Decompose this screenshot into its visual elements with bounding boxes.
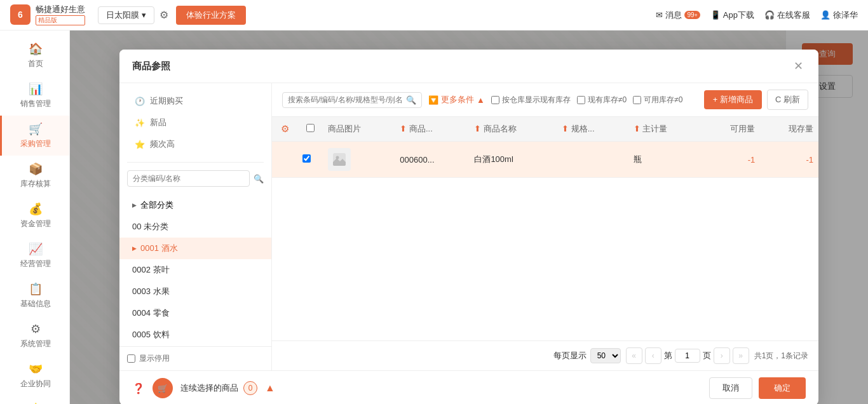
tab-frequent[interactable]: ⭐ 频次高 <box>127 134 264 154</box>
category-item-1[interactable]: 0001 酒水 <box>119 238 271 259</box>
message-item[interactable]: ✉ 消息 99+ <box>656 10 700 21</box>
sidebar-item-sales[interactable]: 📊 销售管理 <box>0 76 69 116</box>
category-search-input[interactable] <box>127 170 250 187</box>
col-header-name[interactable]: ⬆ 商品名称 <box>469 117 557 142</box>
sidebar-item-inventory[interactable]: 📦 库存核算 <box>0 156 69 196</box>
add-product-button[interactable]: + 新增商品 <box>704 90 762 109</box>
user-item[interactable]: 👤 徐泽华 <box>820 10 858 21</box>
table-settings-icon[interactable]: ⚙ <box>281 123 289 134</box>
page-last-button[interactable]: » <box>733 347 749 364</box>
main-content: 查询 设置 商品参照 ✕ 🕐 近期购买 <box>70 30 868 404</box>
col-header-settings[interactable]: ⚙ <box>272 117 297 142</box>
modal-left-tabs: 🕐 近期购买 ✨ 新品 ⭐ 频次高 <box>119 83 271 159</box>
modal-header: 商品参照 ✕ <box>119 50 818 83</box>
service-label: 在线客服 <box>777 10 810 21</box>
category-item-2[interactable]: 0002 茶叶 <box>119 259 271 281</box>
logo-icon: 6 <box>10 4 31 25</box>
collapse-icon[interactable]: ▲ <box>265 382 275 394</box>
logo-badge: 精品版 <box>36 15 85 25</box>
stock-value: -1 <box>806 155 813 165</box>
sidebar-item-guide[interactable]: 🌟 新手引导 <box>0 396 69 404</box>
page-prev-button[interactable]: ‹ <box>645 347 661 364</box>
current-stock-checkbox[interactable] <box>577 96 585 104</box>
select-all-checkbox[interactable] <box>306 124 315 132</box>
category-item-4[interactable]: 0004 零食 <box>119 302 271 324</box>
help-icon[interactable]: ❓ <box>132 382 145 394</box>
cancel-button[interactable]: 取消 <box>709 377 752 399</box>
col-header-unit[interactable]: ⬆ 主计量 <box>628 117 702 142</box>
col-header-available: 可用量 <box>702 117 761 142</box>
show-disabled-checkbox[interactable] <box>127 354 135 363</box>
sidebar-item-finance[interactable]: 💰 资金管理 <box>0 196 69 236</box>
headset-icon: 🎧 <box>764 10 775 20</box>
divider <box>127 162 264 163</box>
sidebar-label-inventory: 库存核算 <box>20 178 51 189</box>
sidebar-item-home[interactable]: 🏠 首页 <box>0 36 69 76</box>
modal-overlay: 商品参照 ✕ 🕐 近期购买 ✨ <box>70 30 868 404</box>
available-stock-checkbox-group: 可用库存≠0 <box>633 95 682 105</box>
per-page-select[interactable]: 50 <box>590 348 621 363</box>
search-magnifier-icon[interactable]: 🔍 <box>406 95 416 105</box>
tab-new[interactable]: ✨ 新品 <box>127 112 264 133</box>
product-search-input[interactable] <box>288 95 402 104</box>
col-header-stock: 现存量 <box>760 117 818 142</box>
category-search-icon[interactable]: 🔍 <box>254 174 264 184</box>
cart-icon[interactable]: 🛒 <box>153 378 173 398</box>
sidebar-item-basic[interactable]: 📋 基础信息 <box>0 276 69 316</box>
modal-close-button[interactable]: ✕ <box>790 58 806 74</box>
warehouse-checkbox[interactable] <box>491 96 499 104</box>
category-label-2: 0002 茶叶 <box>132 264 170 276</box>
tab-recent[interactable]: 🕐 近期购买 <box>127 91 264 111</box>
per-page-label: 每页显示 <box>553 350 587 361</box>
page-input[interactable] <box>675 349 700 363</box>
col-header-code[interactable]: ⬆ 商品... <box>395 117 469 142</box>
page-first-button[interactable]: « <box>626 347 642 364</box>
modal-footer: ❓ 🛒 连续选择的商品 0 ▲ 取消 确定 <box>119 370 818 404</box>
table-row[interactable]: 000600... 白酒100ml 瓶 <box>272 142 818 178</box>
sidebar-label-basic: 基础信息 <box>20 299 51 309</box>
new-icon: ✨ <box>135 118 145 128</box>
user-avatar-icon: 👤 <box>820 10 831 20</box>
filter-button[interactable]: 🔽 更多条件 ▲ <box>428 94 485 105</box>
sidebar-label-management: 经营管理 <box>20 259 51 269</box>
purchase-icon: 🛒 <box>29 122 43 136</box>
category-all[interactable]: ▶ 全部分类 <box>119 194 271 216</box>
sidebar-item-purchase[interactable]: 🛒 采购管理 <box>0 116 69 156</box>
modal-left-panel: 🕐 近期购买 ✨ 新品 ⭐ 频次高 <box>119 83 272 370</box>
refresh-button[interactable]: C 刷新 <box>767 90 808 110</box>
mobile-icon: 📱 <box>710 10 721 20</box>
row-checkbox[interactable] <box>302 154 311 163</box>
sidebar-label-system: 系统管理 <box>20 339 51 349</box>
row-check-cell[interactable] <box>297 142 323 178</box>
settings-icon[interactable]: ⚙ <box>159 9 168 21</box>
service-item[interactable]: 🎧 在线客服 <box>764 10 810 21</box>
row-img-cell <box>323 142 395 178</box>
category-item-3[interactable]: 0003 水果 <box>119 281 271 302</box>
filter-arrow-icon: ▲ <box>477 95 485 105</box>
app-label: App下载 <box>723 10 754 21</box>
sidebar-item-management[interactable]: 📈 经营管理 <box>0 236 69 276</box>
warehouse-checkbox-group: 按仓库显示现有库存 <box>491 95 571 105</box>
col-header-img: 商品图片 <box>323 117 395 142</box>
row-unit-cell: 瓶 <box>628 142 702 178</box>
user-name: 徐泽华 <box>833 10 858 21</box>
sort-icon-code: ⬆ <box>400 124 407 133</box>
confirm-button[interactable]: 确定 <box>759 377 806 399</box>
sidebar-item-system[interactable]: ⚙ 系统管理 <box>0 316 69 356</box>
sidebar-label-collab: 企业协同 <box>20 379 51 389</box>
sidebar-item-collab[interactable]: 🤝 企业协同 <box>0 356 69 396</box>
available-stock-checkbox[interactable] <box>633 96 641 104</box>
pagination: 每页显示 50 « ‹ 第 页 › <box>272 340 818 370</box>
company-selector[interactable]: 日太阳膜 ▾ <box>98 6 154 24</box>
row-name-cell: 白酒100ml <box>469 142 557 178</box>
app-download-item[interactable]: 📱 App下载 <box>710 10 754 21</box>
page-next-button[interactable]: › <box>714 347 730 364</box>
category-item-5[interactable]: 0005 饮料 <box>119 324 271 346</box>
col-header-spec[interactable]: ⬆ 规格... <box>557 117 628 142</box>
trial-button[interactable]: 体验行业方案 <box>176 6 246 25</box>
tab-frequent-label: 频次高 <box>150 138 175 150</box>
row-stock-cell: -1 <box>760 142 818 178</box>
message-badge: 99+ <box>684 11 700 19</box>
category-label-1: 0001 酒水 <box>140 243 178 254</box>
category-item-0[interactable]: 00 未分类 <box>119 216 271 238</box>
